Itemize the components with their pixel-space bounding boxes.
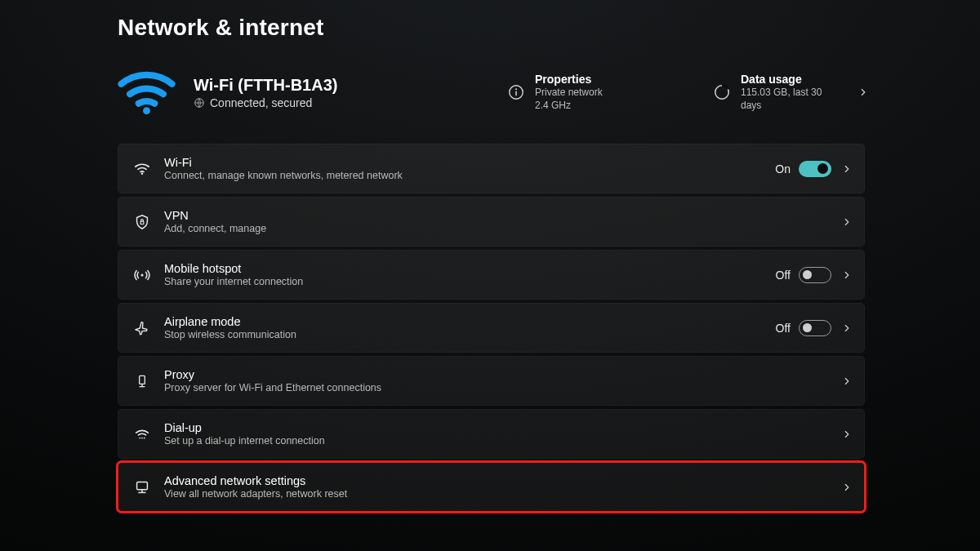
svg-rect-7 xyxy=(140,221,144,224)
airplane-icon xyxy=(131,318,153,339)
wifi-icon xyxy=(131,158,153,180)
chevron-right-icon xyxy=(841,322,853,334)
properties-line2: 2.4 GHz xyxy=(535,99,603,112)
svg-point-13 xyxy=(141,437,143,438)
row-title: Advanced network settings xyxy=(164,474,831,487)
properties-line1: Private network xyxy=(535,86,603,99)
wifi-toggle[interactable] xyxy=(799,161,831,177)
chevron-right-icon xyxy=(841,429,853,440)
row-title: Wi-Fi xyxy=(164,156,775,169)
row-title: Mobile hotspot xyxy=(164,262,776,275)
row-title: Proxy xyxy=(164,368,831,381)
toggle-state-label: On xyxy=(775,162,791,176)
row-title: Dial-up xyxy=(164,421,831,434)
toggle-state-label: Off xyxy=(776,322,791,335)
data-usage-line1: 115.03 GB, last 30 days xyxy=(741,86,840,112)
connection-hero: Wi-Fi (FTTH-B1A3) Connected, secured Pro… xyxy=(118,64,869,121)
svg-point-14 xyxy=(144,437,145,438)
row-subtitle: Connect, manage known networks, metered … xyxy=(164,170,775,181)
hotspot-toggle[interactable] xyxy=(799,267,831,283)
data-usage-card[interactable]: Data usage 115.03 GB, last 30 days xyxy=(713,73,840,112)
svg-rect-9 xyxy=(140,375,145,384)
svg-rect-15 xyxy=(137,482,148,489)
proxy-icon xyxy=(131,371,153,392)
wifi-signal-icon xyxy=(118,66,176,119)
data-usage-title: Data usage xyxy=(741,73,840,86)
chevron-right-icon xyxy=(841,269,853,281)
properties-card[interactable]: Properties Private network 2.4 GHz xyxy=(507,73,695,112)
properties-title: Properties xyxy=(535,73,603,86)
chevron-right-icon xyxy=(841,163,853,175)
row-dialup[interactable]: Dial-up Set up a dial-up internet connec… xyxy=(118,409,865,459)
row-subtitle: Set up a dial-up internet connection xyxy=(164,435,831,447)
globe-icon xyxy=(194,97,205,109)
dialup-icon xyxy=(131,424,153,445)
row-vpn[interactable]: VPN Add, connect, manage xyxy=(118,197,865,247)
hotspot-icon xyxy=(131,264,153,286)
svg-point-3 xyxy=(515,88,517,90)
data-usage-icon xyxy=(713,83,731,101)
row-title: VPN xyxy=(164,209,831,222)
page-title: Network & internet xyxy=(118,15,980,41)
chevron-right-icon xyxy=(841,216,853,228)
chevron-right-icon xyxy=(841,375,853,387)
svg-point-12 xyxy=(139,437,140,438)
row-wifi[interactable]: Wi-Fi Connect, manage known networks, me… xyxy=(118,144,865,193)
chevron-right-icon xyxy=(858,87,869,98)
row-subtitle: Proxy server for Wi-Fi and Ethernet conn… xyxy=(164,382,831,393)
connection-status: Connected, secured xyxy=(210,96,312,109)
info-icon xyxy=(507,83,525,101)
svg-point-6 xyxy=(141,172,144,175)
chevron-right-icon xyxy=(841,482,853,493)
connection-summary: Wi-Fi (FTTH-B1A3) Connected, secured xyxy=(194,76,463,109)
svg-point-8 xyxy=(140,273,143,276)
row-subtitle: Share your internet connection xyxy=(164,276,776,287)
toggle-state-label: Off xyxy=(776,269,791,282)
row-subtitle: View all network adapters, network reset xyxy=(164,488,831,500)
row-subtitle: Add, connect, manage xyxy=(164,223,831,234)
connection-name: Wi-Fi (FTTH-B1A3) xyxy=(194,76,463,95)
row-title: Airplane mode xyxy=(164,315,776,328)
row-proxy[interactable]: Proxy Proxy server for Wi-Fi and Etherne… xyxy=(118,356,865,406)
svg-rect-4 xyxy=(515,91,516,96)
row-hotspot[interactable]: Mobile hotspot Share your internet conne… xyxy=(118,250,865,300)
row-advanced[interactable]: Advanced network settings View all netwo… xyxy=(118,462,865,512)
vpn-shield-icon xyxy=(131,211,153,233)
svg-point-0 xyxy=(143,107,150,114)
row-subtitle: Stop wireless communication xyxy=(164,329,776,340)
airplane-toggle[interactable] xyxy=(799,320,831,336)
settings-list: Wi-Fi Connect, manage known networks, me… xyxy=(118,144,865,512)
advanced-network-icon xyxy=(131,477,153,498)
row-airplane[interactable]: Airplane mode Stop wireless communicatio… xyxy=(118,303,865,353)
